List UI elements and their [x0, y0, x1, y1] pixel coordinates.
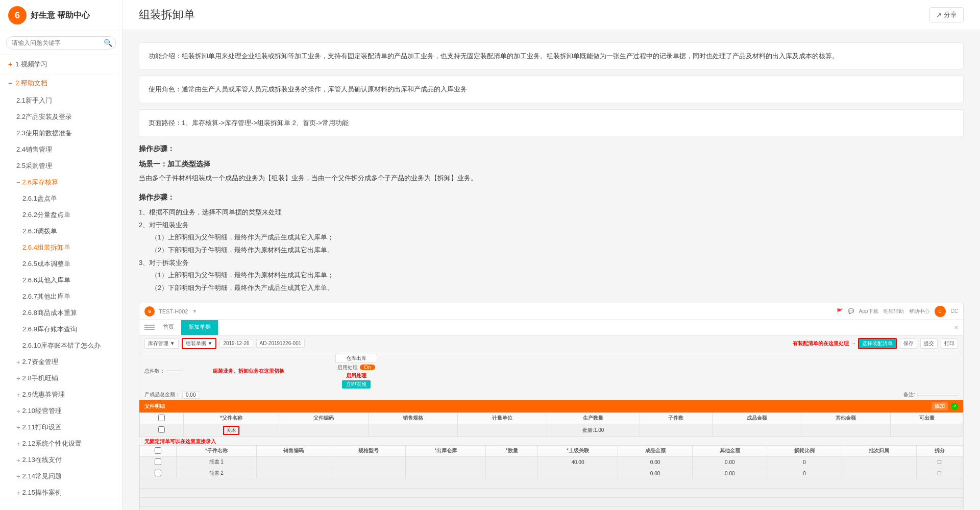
expand-icon[interactable]: ↗	[951, 403, 958, 410]
th-unit: 计量单位	[457, 412, 547, 424]
parent-table-title: 父件明细	[144, 403, 165, 410]
sidebar-item-2-9[interactable]: +2.9优惠券管理	[0, 386, 122, 403]
th-checkbox	[140, 412, 184, 424]
c-select-all[interactable]	[155, 447, 161, 454]
sidebar-item-2-6-10[interactable]: 2.6.10库存账本错了怎么办	[0, 337, 122, 354]
sidebar-item-2-2[interactable]: 2.2产品安装及登录	[0, 109, 122, 125]
field-warehouse[interactable]: 仓库出库	[335, 354, 377, 363]
label-total-amt: 产成品总金额：	[144, 391, 180, 398]
field-number[interactable]: AD-20191226-001	[256, 339, 305, 348]
th-other-amt: 其他金额	[801, 412, 891, 424]
field-remark[interactable]	[917, 394, 958, 396]
app-top-bar: 6 TEST-H002 ▼ 🚩 💬 App下载 旺铺辅助 帮助中心 C CC	[139, 303, 963, 320]
btn-select-assembly[interactable]: 选择装配清单	[858, 338, 897, 349]
share-button[interactable]: ↗ 分享	[929, 7, 964, 22]
th-c-qty: *数量	[486, 445, 538, 456]
op-steps-title: 操作步骤：	[139, 193, 964, 202]
field-date[interactable]: 2019-12-26	[219, 339, 253, 348]
share-label: 分享	[944, 10, 957, 19]
td-c-code-2	[256, 468, 331, 479]
sidebar-item-2-6-5[interactable]: 2.6.5成本调整单	[0, 256, 122, 272]
sidebar-item-2-5[interactable]: 2.5采购管理	[0, 158, 122, 174]
sidebar-item-2-3[interactable]: 2.3使用前数据准备	[0, 125, 122, 141]
field-count[interactable]	[167, 370, 182, 372]
sidebar: 6 好生意 帮助中心 🔍 + 1.视频学习 − 2.帮助文档 2.1新手入门 2…	[0, 0, 122, 510]
split-icon-1[interactable]: ☐	[937, 459, 942, 465]
sidebar-item-2-6-1[interactable]: 2.6.1盘点单	[0, 190, 122, 207]
td-c-other-amt-1: 0.00	[693, 456, 767, 468]
split-icon-2[interactable]: ☐	[937, 471, 942, 476]
btn-print[interactable]: 打印	[941, 338, 958, 349]
app-tab-new[interactable]: 新加单据	[181, 320, 218, 335]
btn-apply[interactable]: 立即实施	[342, 380, 371, 388]
sidebar-item-2-4[interactable]: 2.4销售管理	[0, 141, 122, 158]
nav-section-1: + 1.视频学习	[0, 55, 122, 74]
username-label: CC	[951, 308, 958, 314]
step-2-1: （1）上部明细为父件明细，最终作为产成品生成其它入库单；	[151, 231, 964, 244]
c-row-checkbox-2[interactable]	[155, 470, 161, 476]
enable-toggle[interactable]: On	[360, 365, 375, 370]
sidebar-item-2-12[interactable]: +2.12系统个性化设置	[0, 435, 122, 452]
field-warehouse-label: 仓库出库	[346, 355, 366, 362]
sidebar-item-2-6-3[interactable]: 2.6.3调拨单	[0, 223, 122, 239]
td-c-loss-1: 0	[767, 456, 842, 468]
sidebar-item-2-8[interactable]: +2.8手机旺铺	[0, 370, 122, 386]
sidebar-item-help-docs[interactable]: − 2.帮助文档	[0, 74, 122, 92]
btn-submit[interactable]: 提交	[920, 338, 938, 349]
sidebar-item-2-6-4[interactable]: 2.6.4组装拆卸单	[0, 239, 122, 256]
sidebar-item-2-6[interactable]: −2.6库存核算	[0, 174, 122, 190]
site-title: 好生意 帮助中心	[31, 10, 90, 21]
sidebar-item-2-6-6[interactable]: 2.6.6其他入库单	[0, 272, 122, 288]
row-checkbox[interactable]	[158, 426, 165, 433]
td-parent-code	[279, 424, 369, 436]
sidebar-item-2-1[interactable]: 2.1新手入门	[0, 92, 122, 109]
btn-save[interactable]: 保存	[900, 338, 917, 349]
select-all-checkbox[interactable]	[158, 415, 165, 421]
annotation-label-3: 启用处理	[346, 372, 366, 379]
sidebar-item-2-6-8[interactable]: 2.6.8商品成本重算	[0, 305, 122, 321]
td-c-spec-2	[331, 468, 405, 479]
minus-icon-2-6: −	[16, 179, 20, 186]
sidebar-item-2-7[interactable]: +2.7资金管理	[0, 354, 122, 370]
sidebar-item-video[interactable]: + 1.视频学习	[0, 55, 122, 74]
app-tab-close[interactable]: ✕	[954, 325, 958, 330]
td-c-rel-1: 40.00	[537, 456, 618, 468]
td-product-amt	[712, 424, 801, 436]
sidebar-item-2-11[interactable]: +2.11打印设置	[0, 419, 122, 435]
td-c-prod-amt-1: 0.00	[618, 456, 692, 468]
sidebar-item-2-13[interactable]: +2.13在线支付	[0, 452, 122, 468]
th-sub-count: 子件数	[640, 412, 712, 424]
c-row-checkbox-1[interactable]	[155, 458, 161, 465]
intro-block: 功能介绍：组装拆卸单用来处理企业组装或拆卸等加工业务，支持有固定装配清单的产品加…	[139, 42, 964, 69]
search-icon[interactable]: 🔍	[104, 39, 112, 47]
child-table-header-row: *子件名称 销售编码 规格型号 *出库仓库 *数量 *上级关联 成品金额 其他金…	[140, 445, 963, 456]
sidebar-item-2-6-7[interactable]: 2.6.7其他出库单	[0, 288, 122, 305]
intro-text: 功能介绍：组装拆卸单用来处理企业组装或拆卸等加工业务，支持有固定装配清单的产品加…	[149, 52, 839, 60]
sidebar-item-2-10[interactable]: +2.10经营管理	[0, 403, 122, 419]
sidebar-item-2-14[interactable]: +2.14常见问题	[0, 468, 122, 484]
btn-add-parent[interactable]: 添加	[932, 402, 948, 410]
td-c-code-1	[256, 456, 331, 468]
field-type-boxed[interactable]: 组装单据 ▼	[182, 338, 217, 349]
table-row	[140, 497, 963, 506]
th-parent-name: *父件名称	[183, 412, 279, 424]
main-panel: 组装拆卸单 ↗ 分享 功能介绍：组装拆卸单用来处理企业组装或拆卸等加工业务，支持…	[122, 0, 980, 510]
annotation-label-1: 有装配清单的在这里处理	[793, 340, 849, 347]
table-row: 瓶盖 1 40.00 0.00 0.00 0 ☐	[140, 456, 963, 468]
scene1-intro: 当由多个子件材料组装成一个成品的业务为【组装】业务，当由一个父件拆分成多个子产品…	[139, 172, 964, 185]
sidebar-item-2-15[interactable]: +2.15操作案例	[0, 484, 122, 501]
th-c-spec: 规格型号	[331, 445, 405, 456]
sidebar-item-2-6-9[interactable]: 2.6.9库存账本查询	[0, 321, 122, 337]
step-2: 2、对于组装业务	[139, 219, 964, 232]
td-qty: 批量:1.00	[547, 424, 640, 436]
field-total-amt[interactable]: 0.00	[182, 391, 199, 399]
td-c-qty-1	[486, 456, 538, 468]
td-available	[891, 424, 963, 436]
sidebar-item-2-6-2[interactable]: 2.6.2分量盘点单	[0, 207, 122, 223]
app-tab-home[interactable]: 首页	[156, 320, 181, 335]
td-c-split-2: ☐	[916, 468, 963, 479]
search-input[interactable]	[6, 36, 116, 50]
parent-table-header-row: *父件名称 父件编码 销售规格 计量单位 生产数量 子件数 成品金额 其他金额 …	[140, 412, 963, 424]
td-parent-name: 关木	[183, 424, 279, 436]
field-type[interactable]: 库存管理 ▼	[144, 338, 179, 349]
